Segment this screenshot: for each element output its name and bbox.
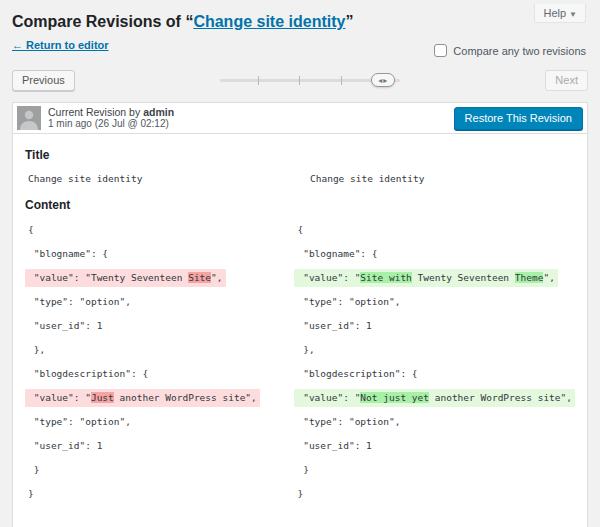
context-line-chunk: "type": "option", bbox=[294, 413, 403, 431]
context-line-chunk: "type": "option", bbox=[25, 413, 134, 431]
chevron-down-icon: ▼ bbox=[569, 10, 577, 19]
page-title-suffix: ” bbox=[345, 13, 353, 30]
ins-word: Not just yet bbox=[360, 392, 429, 403]
diff-line: "blogname": { bbox=[25, 245, 280, 263]
diff-line: "type": "option", bbox=[25, 293, 280, 311]
diff-line: "type": "option", bbox=[294, 413, 575, 431]
diff-line: }, bbox=[294, 341, 575, 359]
diff-line: "user_id": 1 bbox=[25, 437, 280, 455]
diff-line: } bbox=[294, 461, 575, 479]
context-line-chunk: "blogdescription": { bbox=[294, 365, 420, 383]
slider-arrows-icon: ◂▸ bbox=[378, 76, 388, 85]
diff-line: "value": "Site with Twenty Seventeen The… bbox=[294, 269, 575, 287]
title-section-heading: Title bbox=[25, 148, 575, 162]
del-line-chunk: "value": "Twenty Seventeen Site", bbox=[25, 269, 226, 287]
context-line-chunk: "user_id": 1 bbox=[294, 437, 374, 455]
revisions-page: Help▼ Compare Revisions of “Change site … bbox=[0, 0, 600, 527]
next-button[interactable]: Next bbox=[545, 70, 588, 91]
diff-line: "user_id": 1 bbox=[294, 437, 575, 455]
context-line-chunk: { bbox=[25, 221, 37, 239]
diff-line: "type": "option", bbox=[25, 413, 280, 431]
revision-timestamp: 1 min ago (26 Jul @ 02:12) bbox=[48, 118, 174, 130]
content-section-heading: Content bbox=[25, 198, 575, 212]
context-line-chunk: "user_id": 1 bbox=[294, 317, 374, 335]
diff-panel: Title Change site identity Change site i… bbox=[12, 133, 588, 527]
diff-line: "blogdescription": { bbox=[25, 365, 280, 383]
context-line-chunk: "type": "option", bbox=[25, 293, 134, 311]
diff-line: }, bbox=[25, 341, 280, 359]
author-byline: Current Revision by admin bbox=[48, 106, 174, 118]
compare-two-revisions-checkbox[interactable] bbox=[434, 44, 447, 57]
diff-line: } bbox=[294, 485, 575, 503]
del-word: Just bbox=[91, 392, 114, 403]
diff-line: { bbox=[294, 221, 575, 239]
context-line-chunk: } bbox=[294, 485, 306, 503]
restore-revision-button[interactable]: Restore This Revision bbox=[454, 107, 583, 130]
content-diff-right: { "blogname": { "value": "Site with Twen… bbox=[294, 221, 575, 509]
diff-line: } bbox=[25, 485, 280, 503]
context-line-chunk: "user_id": 1 bbox=[25, 437, 105, 455]
revision-slider[interactable]: ◂▸ bbox=[220, 71, 400, 89]
context-line-chunk: "type": "option", bbox=[294, 293, 403, 311]
diff-line: "value": "Just another WordPress site", bbox=[25, 389, 280, 407]
title-diff-left: Change site identity bbox=[25, 171, 293, 186]
diff-line: "blogdescription": { bbox=[294, 365, 575, 383]
post-title-link[interactable]: Change site identity bbox=[193, 13, 345, 30]
compare-two-revisions-control: Compare any two revisions bbox=[434, 44, 586, 57]
compare-two-revisions-label: Compare any two revisions bbox=[453, 45, 586, 57]
diff-line: "user_id": 1 bbox=[25, 317, 280, 335]
byline-prefix: Current Revision by bbox=[48, 106, 143, 118]
diff-line: "value": "Twenty Seventeen Site", bbox=[25, 269, 280, 287]
context-line-chunk: }, bbox=[294, 341, 317, 359]
diff-line: } bbox=[25, 461, 280, 479]
del-word: Site bbox=[188, 272, 211, 283]
context-line-chunk: } bbox=[25, 485, 37, 503]
context-line-chunk: "blogname": { bbox=[294, 245, 380, 263]
diff-line: "user_id": 1 bbox=[294, 317, 575, 335]
author-name: admin bbox=[143, 106, 174, 118]
revision-meta-bar: Current Revision by admin 1 min ago (26 … bbox=[12, 102, 588, 134]
slider-tick bbox=[299, 76, 300, 85]
ins-word: Theme bbox=[515, 272, 544, 283]
slider-handle[interactable]: ◂▸ bbox=[371, 73, 395, 87]
content-diff-left: { "blogname": { "value": "Twenty Sevente… bbox=[25, 221, 280, 509]
context-line-chunk: "user_id": 1 bbox=[25, 317, 105, 335]
context-line-chunk: }, bbox=[25, 341, 48, 359]
diff-line: "type": "option", bbox=[294, 293, 575, 311]
diff-line: { bbox=[25, 221, 280, 239]
avatar bbox=[17, 106, 41, 130]
person-icon bbox=[17, 106, 41, 130]
page-title-prefix: Compare Revisions of “ bbox=[12, 13, 193, 30]
ins-word: Site with bbox=[360, 272, 411, 283]
content-diff-row: { "blogname": { "value": "Twenty Sevente… bbox=[23, 221, 577, 509]
diff-line: "value": "Not just yet another WordPress… bbox=[294, 389, 575, 407]
title-diff-right: Change site identity bbox=[307, 171, 575, 186]
help-tab[interactable]: Help▼ bbox=[534, 4, 586, 23]
page-title: Compare Revisions of “Change site identi… bbox=[12, 12, 588, 32]
ins-line-chunk: "value": "Not just yet another WordPress… bbox=[294, 389, 575, 407]
context-line-chunk: } bbox=[25, 461, 42, 479]
context-line-chunk: { bbox=[294, 221, 306, 239]
ins-line-chunk: "value": "Site with Twenty Seventeen The… bbox=[294, 269, 557, 287]
slider-tick bbox=[258, 76, 259, 85]
return-to-editor-link[interactable]: ← Return to editor bbox=[12, 39, 109, 51]
context-line-chunk: "blogname": { bbox=[25, 245, 111, 263]
help-label: Help bbox=[543, 7, 566, 19]
context-line-chunk: "blogdescription": { bbox=[25, 365, 151, 383]
previous-button[interactable]: Previous bbox=[12, 70, 75, 91]
title-diff-row: Change site identity Change site identit… bbox=[23, 171, 577, 188]
context-line-chunk: } bbox=[294, 461, 311, 479]
diff-line: "blogname": { bbox=[294, 245, 575, 263]
revision-nav-row: Previous ◂▸ Next bbox=[12, 69, 588, 91]
slider-tick bbox=[341, 76, 342, 85]
del-line-chunk: "value": "Just another WordPress site", bbox=[25, 389, 260, 407]
revision-meta-text: Current Revision by admin 1 min ago (26 … bbox=[48, 106, 174, 130]
